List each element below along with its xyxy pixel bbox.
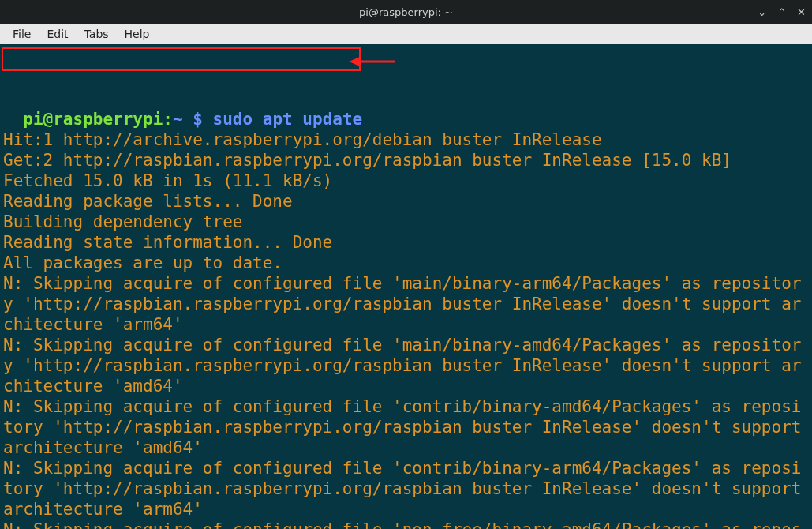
minimize-button[interactable]: ⌄ <box>758 6 766 18</box>
menu-file[interactable]: File <box>6 25 37 43</box>
terminal-output-line: Reading state information... Done <box>3 233 332 252</box>
close-button[interactable]: ✕ <box>797 6 806 18</box>
terminal-output-line: N: Skipping acquire of configured file '… <box>3 274 801 334</box>
annotation-arrow-icon <box>349 54 396 69</box>
svg-marker-1 <box>349 57 360 66</box>
terminal-area[interactable]: pi@raspberrypi:~ $ sudo apt update Hit:1… <box>0 44 812 529</box>
terminal-output-line: N: Skipping acquire of configured file '… <box>3 520 801 529</box>
terminal-output-line: Hit:1 http://archive.raspberrypi.org/deb… <box>3 130 602 149</box>
window-title: pi@raspberrypi: ~ <box>359 6 453 18</box>
prompt-separator: : <box>163 110 173 129</box>
window-titlebar: pi@raspberrypi: ~ ⌄ ⌃ ✕ <box>0 0 812 24</box>
menubar: File Edit Tabs Help <box>0 24 812 44</box>
terminal-output-line: Get:2 http://raspbian.raspberrypi.org/ra… <box>3 151 732 170</box>
prompt-user: pi@raspberrypi <box>23 110 163 129</box>
terminal-output-line: Fetched 15.0 kB in 1s (11.1 kB/s) <box>3 171 332 190</box>
prompt-line: pi@raspberrypi:~ $ sudo apt update <box>23 110 362 129</box>
window-controls: ⌄ ⌃ ✕ <box>758 6 806 18</box>
menu-edit[interactable]: Edit <box>40 25 74 43</box>
terminal-output-line: Reading package lists... Done <box>3 192 293 211</box>
menu-tabs[interactable]: Tabs <box>78 25 115 43</box>
prompt-command: sudo apt update <box>213 110 363 129</box>
annotation-highlight-box <box>2 47 361 71</box>
terminal-output-line: All packages are up to date. <box>3 253 283 272</box>
terminal-output-line: N: Skipping acquire of configured file '… <box>3 397 811 457</box>
prompt-dollar: $ <box>193 110 212 129</box>
terminal-output-line: N: Skipping acquire of configured file '… <box>3 459 811 519</box>
prompt-path: ~ <box>173 110 193 129</box>
terminal-output-line: N: Skipping acquire of configured file '… <box>3 336 801 396</box>
menu-help[interactable]: Help <box>118 25 156 43</box>
maximize-button[interactable]: ⌃ <box>777 6 786 18</box>
terminal-output-line: Building dependency tree <box>3 212 242 231</box>
